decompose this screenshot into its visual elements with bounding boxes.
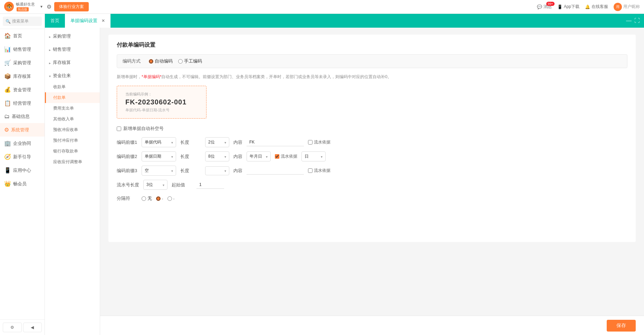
sidebar-item-enterprise[interactable]: 🏢 企业协同 — [0, 137, 45, 150]
sidebar: 🔍 搜索菜单 🏠 首页 📊 销售管理 🛒 采购管理 📦 库存核算 💰 资金管理 … — [0, 14, 45, 335]
message-icon: 💬 — [537, 4, 542, 9]
content2-select[interactable]: 年月日 — [247, 151, 271, 161]
sidebar-item-operations[interactable]: 📋 经营管理 — [0, 96, 45, 110]
sub-header-purchase[interactable]: 采购管理 — [45, 30, 100, 42]
sidebar-item-apps[interactable]: 📱 应用中心 — [0, 164, 45, 177]
sidebar-item-sales[interactable]: 📊 销售管理 — [0, 43, 45, 56]
settings-icon[interactable]: ⚙ — [47, 3, 51, 10]
flow2-unit-select[interactable]: 日 — [301, 151, 326, 161]
sidebar-item-finance[interactable]: 💰 资金管理 — [0, 83, 45, 96]
sep-dot-radio[interactable] — [167, 196, 172, 201]
sidebar-settings-button[interactable]: ⚙ — [3, 323, 22, 332]
sidebar-item-inventory[interactable]: 📦 库存核算 — [0, 69, 45, 83]
flow3-checkbox[interactable] — [308, 168, 313, 173]
user-info[interactable]: 用 用户昵称 — [614, 3, 640, 11]
prefix3-label: 编码前缀3 — [117, 168, 137, 174]
system-icon: ⚙ — [4, 127, 9, 133]
sidebar-item-system[interactable]: ⚙ 系统管理 — [0, 123, 45, 137]
sep-none-option[interactable]: 无 — [142, 195, 152, 202]
manual-code-radio[interactable] — [178, 59, 183, 64]
sidebar-bottom: ⚙ ◀ — [0, 319, 45, 335]
length2-chevron — [224, 154, 226, 159]
tab-minimize-icon[interactable]: — — [626, 18, 632, 24]
manual-code-option[interactable]: 手工编码 — [178, 58, 202, 64]
sep-dot-option[interactable]: · — [167, 196, 175, 201]
member-icon: 👑 — [4, 180, 11, 187]
flow1-checkbox-group: 流水依据 — [308, 139, 330, 145]
sep-none-radio[interactable] — [142, 196, 146, 201]
sidebar-item-purchase[interactable]: 🛒 采购管理 — [0, 56, 45, 69]
flow2-checkbox[interactable] — [275, 154, 279, 159]
sep-dash-option[interactable]: · — [156, 196, 163, 201]
sidebar-item-basic[interactable]: 🗂 基础信息 — [0, 110, 45, 123]
chevron-finance — [49, 73, 51, 78]
tab-bar-right: — ⛶ — [626, 18, 644, 24]
download-item[interactable]: 📱 App下载 — [557, 4, 579, 10]
content-area: 付款单编码设置 编码方式 自动编码 手 — [100, 28, 644, 316]
length3-select[interactable] — [205, 166, 229, 175]
message-item[interactable]: 💬 消息 99+ — [537, 4, 552, 10]
sub-item-payment[interactable]: 付款单 — [45, 92, 100, 103]
prefix1-chevron — [171, 140, 173, 145]
basic-icon: 🗂 — [4, 113, 10, 120]
sidebar-search: 🔍 搜索菜单 — [0, 14, 45, 29]
content2-chevron — [266, 154, 268, 159]
sidebar-collapse-button[interactable]: ◀ — [23, 323, 42, 332]
sub-item-advance-receivable[interactable]: 预收冲应收单 — [45, 124, 100, 135]
sub-header-inventory[interactable]: 库存核算 — [45, 57, 100, 68]
length2-select[interactable]: 8位 — [205, 151, 229, 161]
prefix3-select[interactable]: 空 — [142, 166, 176, 176]
tab-maximize-icon[interactable]: ⛶ — [634, 18, 640, 24]
preview-box: 当前编码示例： FK-20230602-001 单据代码-单据日期-流水号 — [117, 86, 206, 119]
sub-item-advance-payable[interactable]: 预付冲应付单 — [45, 135, 100, 146]
auto-code-option[interactable]: 自动编码 — [149, 58, 173, 64]
top-bar-left: 🐯 畅通好生意 拓品版 ▾ ⚙ 体验行业方案 — [4, 2, 89, 12]
sep-dash-radio[interactable] — [156, 196, 161, 201]
save-button[interactable]: 保存 — [607, 320, 636, 332]
logo-text: 畅通好生意 拓品版 — [16, 2, 35, 12]
sub-item-other-income[interactable]: 其他收入单 — [45, 114, 100, 124]
tab-close-icon[interactable]: ✕ — [102, 18, 105, 23]
encoding-mode-section: 编码方式 自动编码 手工编码 — [117, 54, 627, 68]
chevron-inventory — [49, 60, 51, 65]
tab-code-settings[interactable]: 单据编码设置 ✕ — [65, 14, 110, 28]
top-bar-nav: ▾ ⚙ — [38, 3, 51, 10]
start-value-label: 起始值 — [172, 182, 192, 188]
sidebar-item-guide[interactable]: 🧭 新手引导 — [0, 150, 45, 164]
sub-header-sales[interactable]: 销售管理 — [45, 44, 100, 55]
prefix2-row: 编码前缀2 单据日期 长度 8位 内容 — [117, 151, 627, 161]
guide-icon: 🧭 — [4, 153, 11, 160]
app-layout: 🔍 搜索菜单 🏠 首页 📊 销售管理 🛒 采购管理 📦 库存核算 💰 资金管理 … — [0, 0, 644, 335]
flow3-label: 流水依据 — [314, 168, 330, 174]
tab-home[interactable]: 首页 — [45, 14, 65, 28]
length3-label: 长度 — [180, 168, 201, 174]
flow1-label: 流水依据 — [314, 139, 330, 145]
home-icon: 🏠 — [4, 32, 11, 39]
auto-fill-checkbox[interactable] — [117, 127, 121, 131]
length1-label: 长度 — [180, 139, 201, 146]
sub-header-finance[interactable]: 资金往来 — [45, 70, 100, 82]
service-item[interactable]: 🔔 在线客服 — [585, 4, 608, 10]
search-menu-button[interactable]: 🔍 搜索菜单 — [3, 17, 42, 26]
start-value-input[interactable] — [196, 181, 224, 189]
nav-dropdown[interactable]: ▾ — [38, 3, 45, 10]
prefix3-row: 编码前缀3 空 长度 内容 — [117, 166, 627, 176]
trial-button[interactable]: 体验行业方案 — [54, 2, 89, 11]
sub-item-bank-deposit[interactable]: 银行存取款单 — [45, 146, 100, 157]
serial-length-select[interactable]: 3位 — [143, 180, 167, 190]
flow1-checkbox[interactable] — [308, 140, 313, 145]
prefix2-select[interactable]: 单据日期 — [142, 151, 176, 161]
sub-item-expense[interactable]: 费用支出单 — [45, 103, 100, 114]
length1-select[interactable]: 2位 — [205, 137, 229, 147]
prefix3-chevron — [171, 168, 173, 173]
sidebar-item-member[interactable]: 👑 畅会员 — [0, 177, 45, 190]
auto-code-radio[interactable] — [149, 59, 153, 64]
prefix1-select[interactable]: 单据代码 — [142, 137, 176, 147]
sales-icon: 📊 — [4, 46, 11, 53]
sidebar-item-home[interactable]: 🏠 首页 — [0, 29, 45, 43]
sub-item-receipt[interactable]: 收款单 — [45, 82, 100, 92]
search-icon: 🔍 — [6, 19, 11, 24]
flow2-label: 流水依据 — [281, 153, 297, 159]
sub-item-ap-adjustment[interactable]: 应收应付调整单 — [45, 157, 100, 167]
apps-icon: 📱 — [4, 167, 11, 174]
